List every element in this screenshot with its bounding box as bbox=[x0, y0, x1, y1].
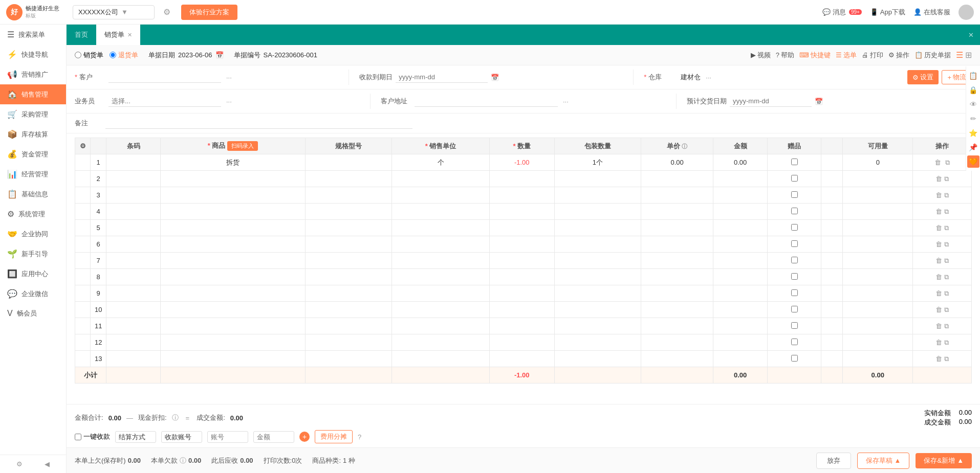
salesperson-dots-icon[interactable]: ··· bbox=[226, 98, 232, 105]
sidebar-item-system[interactable]: ⚙ 系统管理 bbox=[0, 204, 66, 224]
sidebar-item-vip[interactable]: V 畅会员 bbox=[0, 304, 66, 323]
due-date-input[interactable] bbox=[396, 72, 488, 83]
amount-total-value: 0.00 bbox=[108, 414, 121, 422]
sidebar-item-inventory[interactable]: 📦 库存核算 bbox=[0, 124, 66, 144]
due-date-calendar-icon[interactable]: 📅 bbox=[491, 74, 499, 81]
vip-icon: V bbox=[7, 309, 13, 318]
rp-orange-icon[interactable]: 🧡 bbox=[967, 155, 979, 168]
cell-qty-1[interactable]: -1.00 bbox=[489, 154, 554, 171]
sidebar-item-enterprise-wx[interactable]: 💬 企业微信 bbox=[0, 284, 66, 304]
abandon-button[interactable]: 放弃 bbox=[816, 453, 851, 469]
table-settings-icon[interactable]: ⚙ bbox=[80, 142, 86, 150]
note-input[interactable] bbox=[105, 118, 412, 129]
company-selector[interactable]: XXXXXX公司 ▼ bbox=[73, 5, 155, 19]
rp-edit-icon[interactable]: ✏ bbox=[967, 112, 979, 125]
expected-date-input[interactable] bbox=[730, 96, 812, 107]
expense-button[interactable]: 费用分摊 bbox=[315, 430, 353, 443]
sidebar-item-search-order[interactable]: ☰ 搜索菜单 bbox=[0, 25, 66, 44]
chevron-down-icon: ▼ bbox=[121, 8, 128, 16]
sidebar-item-guide[interactable]: 🌱 新手引导 bbox=[0, 244, 66, 264]
sidebar-settings-icon[interactable]: ⚙ bbox=[16, 460, 23, 468]
th-row-num bbox=[91, 138, 106, 154]
select-btn[interactable]: ☰ 选单 bbox=[836, 51, 857, 60]
settlement-account-select[interactable]: 收款账号 bbox=[161, 431, 202, 443]
app-download-button[interactable]: 📱 App下载 bbox=[870, 8, 905, 17]
addr-dots-icon[interactable]: ··· bbox=[563, 98, 569, 105]
radio-return-order-label: 退货单 bbox=[118, 51, 138, 60]
grid-view-icon[interactable]: ⊞ bbox=[965, 50, 972, 60]
copy-icon-1[interactable]: ⧉ bbox=[945, 159, 950, 166]
deal-amount-label: 成交金额: bbox=[197, 413, 225, 422]
one-click-pay-checkbox[interactable]: 一键收款 bbox=[75, 432, 110, 441]
cell-price-1[interactable]: 0.00 bbox=[641, 154, 713, 171]
settlement-method-select[interactable]: 结算方式 bbox=[115, 431, 156, 443]
delete-icon-1[interactable]: 🗑 bbox=[934, 159, 941, 166]
rp-star-icon[interactable]: ⭐ bbox=[967, 127, 979, 139]
copy-icon[interactable]: ⧉ bbox=[944, 175, 949, 183]
radio-return-order-input[interactable] bbox=[110, 52, 116, 58]
sidebar-item-basic[interactable]: 📋 基础信息 bbox=[0, 184, 66, 204]
sidebar-item-ops[interactable]: 📊 经营管理 bbox=[0, 164, 66, 184]
account-input[interactable] bbox=[207, 431, 248, 443]
print-btn[interactable]: 🖨 打印 bbox=[862, 51, 883, 60]
cell-remark-1[interactable] bbox=[821, 154, 843, 171]
expense-help-icon[interactable]: ? bbox=[358, 433, 361, 441]
operation-btn[interactable]: ⚙ 操作 bbox=[888, 51, 909, 60]
tab-sales-order[interactable]: 销货单 ✕ bbox=[96, 25, 140, 45]
cell-barcode-1[interactable] bbox=[106, 154, 161, 171]
current-owe-info-icon[interactable]: ⓘ bbox=[180, 456, 186, 465]
unit-price-info-icon[interactable]: ⓘ bbox=[682, 143, 687, 149]
customer-input[interactable] bbox=[108, 72, 221, 83]
help-btn[interactable]: ? 帮助 bbox=[776, 51, 794, 60]
sidebar-item-app-center[interactable]: 🔲 应用中心 bbox=[0, 264, 66, 284]
settings-button[interactable]: ⚙ 设置 bbox=[907, 70, 939, 84]
rp-lock-icon[interactable]: 🔒 bbox=[967, 84, 979, 96]
customer-addr-input[interactable] bbox=[415, 96, 558, 107]
cell-gift-1[interactable] bbox=[767, 154, 821, 171]
calendar-icon[interactable]: 📅 bbox=[215, 51, 224, 59]
sidebar-item-enterprise[interactable]: 🤝 企业协同 bbox=[0, 224, 66, 244]
online-service-button[interactable]: 👤 在线客服 bbox=[913, 8, 950, 17]
rp-pin-icon[interactable]: 📌 bbox=[967, 141, 979, 153]
sidebar-item-marketing[interactable]: 📢 营销推广 bbox=[0, 64, 66, 84]
rp-eye-icon[interactable]: 👁 bbox=[967, 98, 979, 110]
one-click-pay-input[interactable] bbox=[75, 434, 81, 440]
cash-discount-info-icon[interactable]: ⓘ bbox=[172, 413, 179, 422]
rp-clipboard-icon[interactable]: 📋 bbox=[967, 70, 979, 82]
quick-nav-icon: ⚡ bbox=[7, 50, 17, 59]
radio-sales-order[interactable]: 销货单 bbox=[75, 51, 103, 60]
video-btn[interactable]: ▶ 视频 bbox=[751, 51, 771, 60]
save-draft-button[interactable]: 保存草稿 ▲ bbox=[857, 453, 910, 469]
tab-close-all-icon[interactable]: ✕ bbox=[968, 31, 974, 39]
cell-spec-1[interactable] bbox=[305, 154, 391, 171]
sidebar-item-finance[interactable]: 💰 资金管理 bbox=[0, 144, 66, 164]
expected-date-calendar-icon[interactable]: 📅 bbox=[815, 98, 823, 105]
radio-sales-order-input[interactable] bbox=[75, 52, 81, 58]
message-button[interactable]: 💬 消息 99+ bbox=[822, 8, 862, 17]
save-new-button[interactable]: 保存&新增 ▲ bbox=[916, 453, 972, 468]
app-icon: 📱 bbox=[870, 8, 878, 16]
th-barcode: 条码 bbox=[106, 138, 161, 154]
history-btn[interactable]: 📋 历史单据 bbox=[914, 51, 951, 60]
scan-button[interactable]: 扫码录入 bbox=[227, 141, 258, 151]
tab-close-icon[interactable]: ✕ bbox=[127, 32, 132, 38]
sidebar-collapse-icon[interactable]: ◀ bbox=[45, 460, 50, 468]
cell-unit-1: 个 bbox=[392, 154, 490, 171]
warehouse-dots-icon[interactable]: ··· bbox=[706, 74, 711, 81]
table-row: 8🗑⧉ bbox=[75, 269, 972, 285]
customer-dots-icon[interactable]: ··· bbox=[226, 74, 232, 81]
delete-icon[interactable]: 🗑 bbox=[935, 175, 942, 183]
avatar[interactable] bbox=[959, 5, 974, 20]
list-view-icon[interactable]: ☰ bbox=[956, 50, 963, 60]
amount-input[interactable] bbox=[253, 431, 294, 443]
add-button[interactable]: + bbox=[299, 432, 310, 442]
gear-icon[interactable]: ⚙ bbox=[159, 4, 175, 20]
sidebar-item-quick-nav[interactable]: ⚡ 快捷导航 bbox=[0, 44, 66, 64]
sidebar-item-sales[interactable]: 🏠 销售管理 bbox=[0, 84, 66, 104]
radio-return-order[interactable]: 退货单 bbox=[110, 51, 138, 60]
salesperson-input[interactable] bbox=[108, 96, 221, 107]
sidebar-item-purchase[interactable]: 🛒 采购管理 bbox=[0, 104, 66, 124]
tab-home[interactable]: 首页 bbox=[67, 25, 96, 45]
trial-button[interactable]: 体验行业方案 bbox=[181, 5, 237, 20]
shortcut-btn[interactable]: ⌨ 快捷键 bbox=[799, 51, 831, 60]
